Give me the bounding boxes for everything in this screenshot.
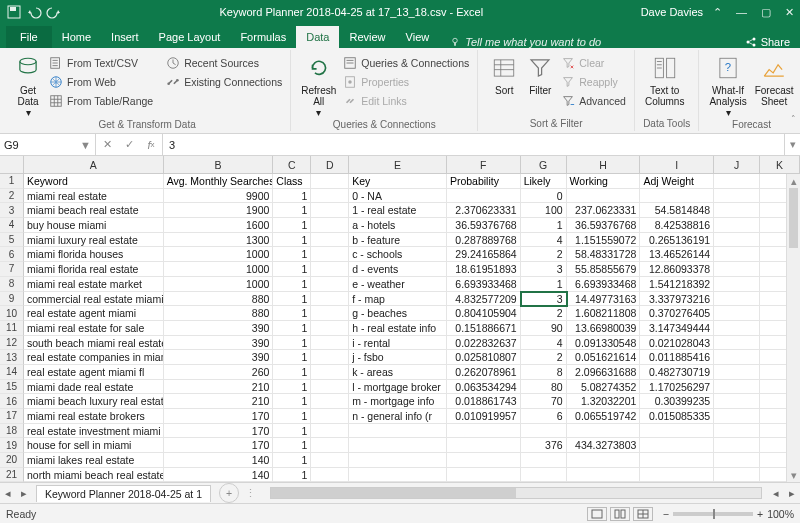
cell[interactable]: [311, 438, 349, 453]
cell[interactable]: 1: [273, 336, 311, 351]
cell[interactable]: [311, 468, 349, 482]
cell[interactable]: 1000: [164, 262, 274, 277]
expand-formula-icon[interactable]: ▾: [784, 134, 800, 155]
cell[interactable]: [311, 218, 349, 233]
cell[interactable]: k - areas: [349, 365, 447, 380]
refresh-all-button[interactable]: Refresh All▾: [297, 52, 340, 118]
queries-connections-button[interactable]: Queries & Connections: [340, 54, 471, 71]
cell[interactable]: 1: [273, 247, 311, 262]
user-name[interactable]: Dave Davies: [641, 6, 703, 18]
cell[interactable]: [714, 409, 760, 424]
cell[interactable]: 1.608211808: [567, 306, 641, 321]
cell[interactable]: 2.370623331: [447, 203, 521, 218]
row-header[interactable]: 5: [0, 233, 24, 248]
row-header[interactable]: 7: [0, 262, 24, 277]
cell[interactable]: [311, 350, 349, 365]
cell[interactable]: 0: [521, 189, 567, 204]
cell[interactable]: 880: [164, 292, 274, 307]
cell[interactable]: 1: [273, 262, 311, 277]
cell[interactable]: 6.693933468: [447, 277, 521, 292]
cell[interactable]: 1000: [164, 247, 274, 262]
cell[interactable]: 1300: [164, 233, 274, 248]
cell[interactable]: c - schools: [349, 247, 447, 262]
redo-icon[interactable]: [46, 4, 62, 20]
cell[interactable]: j - fsbo: [349, 350, 447, 365]
tab-review[interactable]: Review: [339, 26, 395, 48]
cell[interactable]: h - real estate info: [349, 321, 447, 336]
cell[interactable]: miami florida houses: [24, 247, 164, 262]
cell[interactable]: 0.051621614: [567, 350, 641, 365]
cell[interactable]: 1: [273, 438, 311, 453]
recent-sources-button[interactable]: Recent Sources: [163, 54, 284, 71]
properties-button[interactable]: Properties: [340, 73, 471, 90]
cell[interactable]: 0.151886671: [447, 321, 521, 336]
cell[interactable]: [447, 453, 521, 468]
cell[interactable]: [640, 189, 714, 204]
cell[interactable]: 0.370276405: [640, 306, 714, 321]
cell[interactable]: d - events: [349, 262, 447, 277]
cell[interactable]: [567, 424, 641, 439]
cell[interactable]: [447, 424, 521, 439]
page-break-view-icon[interactable]: [633, 507, 653, 521]
cell[interactable]: [311, 203, 349, 218]
cell[interactable]: [311, 174, 349, 189]
cell[interactable]: [311, 394, 349, 409]
cell[interactable]: [567, 189, 641, 204]
cell[interactable]: 0.287889768: [447, 233, 521, 248]
cell[interactable]: 170: [164, 409, 274, 424]
column-header[interactable]: I: [640, 156, 714, 174]
cell[interactable]: 1.170256297: [640, 380, 714, 395]
save-icon[interactable]: [6, 4, 22, 20]
cell[interactable]: [640, 468, 714, 482]
cell[interactable]: 1: [273, 233, 311, 248]
row-header[interactable]: 11: [0, 321, 24, 336]
cell[interactable]: [311, 306, 349, 321]
cell[interactable]: 1: [273, 189, 311, 204]
cell[interactable]: [311, 380, 349, 395]
cell[interactable]: Likely: [521, 174, 567, 189]
cell[interactable]: [311, 453, 349, 468]
cell[interactable]: 880: [164, 306, 274, 321]
cell[interactable]: 70: [521, 394, 567, 409]
cell[interactable]: [714, 380, 760, 395]
cell[interactable]: [714, 262, 760, 277]
cell[interactable]: i - rental: [349, 336, 447, 351]
cell[interactable]: 434.3273803: [567, 438, 641, 453]
cell[interactable]: [311, 424, 349, 439]
row-header[interactable]: 3: [0, 203, 24, 218]
cell[interactable]: 140: [164, 453, 274, 468]
fx-icon[interactable]: fx: [140, 139, 162, 151]
cell[interactable]: [714, 321, 760, 336]
cell[interactable]: south beach miami real estate: [24, 336, 164, 351]
cell[interactable]: 1: [273, 277, 311, 292]
sheet-tab[interactable]: Keyword Planner 2018-04-25 at 1: [36, 485, 211, 502]
cell[interactable]: [521, 468, 567, 482]
row-header[interactable]: 18: [0, 424, 24, 439]
column-header[interactable]: H: [567, 156, 641, 174]
cell[interactable]: [311, 233, 349, 248]
cell[interactable]: 2: [521, 247, 567, 262]
cell[interactable]: 100: [521, 203, 567, 218]
scroll-left-icon[interactable]: ◂: [768, 487, 784, 499]
cell[interactable]: 1: [273, 409, 311, 424]
cell[interactable]: 1: [273, 203, 311, 218]
cell[interactable]: 90: [521, 321, 567, 336]
cell[interactable]: [349, 453, 447, 468]
cell[interactable]: 1: [273, 306, 311, 321]
sheet-nav-prev[interactable]: ◂: [0, 487, 16, 499]
cell[interactable]: 1: [521, 277, 567, 292]
cell[interactable]: 0.265136191: [640, 233, 714, 248]
cell[interactable]: [311, 292, 349, 307]
cell[interactable]: 5.08274352: [567, 380, 641, 395]
tab-file[interactable]: File: [6, 26, 52, 48]
cell[interactable]: 0.015085335: [640, 409, 714, 424]
row-header[interactable]: 12: [0, 336, 24, 351]
cell[interactable]: 0.482730719: [640, 365, 714, 380]
cell[interactable]: real estate agent miami fl: [24, 365, 164, 380]
cell[interactable]: 13.46526144: [640, 247, 714, 262]
cell[interactable]: [521, 424, 567, 439]
cell[interactable]: 3.147349444: [640, 321, 714, 336]
cell[interactable]: [714, 438, 760, 453]
cell[interactable]: 2: [521, 350, 567, 365]
column-header[interactable]: D: [311, 156, 349, 174]
